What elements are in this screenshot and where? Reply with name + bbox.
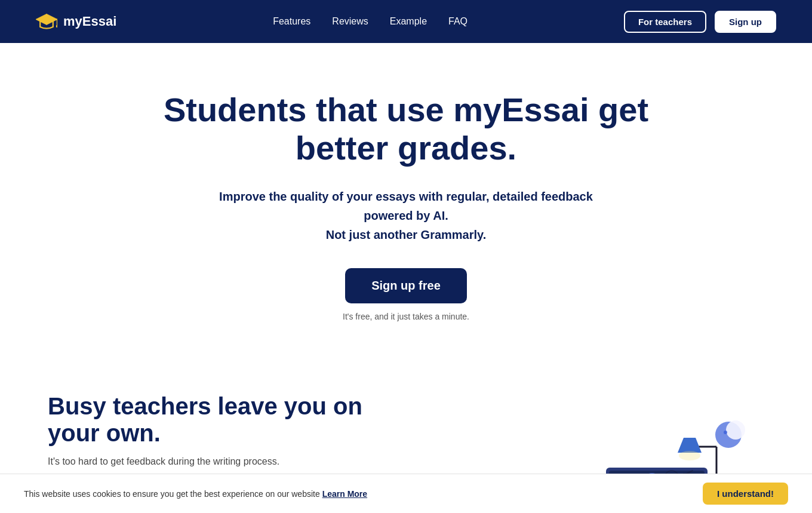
navbar: myEssai Features Reviews Example FAQ For… [0,0,812,43]
problems-description: It's too hard to get feedback during the… [48,456,406,467]
hero-sub-line1: Improve the quality of your essays with … [219,190,593,222]
hero-cta-button[interactable]: Sign up free [345,268,467,303]
cookie-text: This website uses cookies to ensure you … [24,489,320,499]
svg-point-39 [726,420,745,440]
svg-point-27 [679,451,700,460]
svg-marker-0 [36,14,57,24]
svg-point-40 [724,431,727,434]
nav-links: Features Reviews Example FAQ [273,16,467,27]
logo-text: myEssai [63,14,116,29]
svg-point-2 [56,25,57,28]
cookie-learn-more-link[interactable]: Learn More [322,489,367,499]
hero-subheadline: Improve the quality of your essays with … [203,187,609,244]
svg-marker-26 [678,438,702,453]
nav-reviews[interactable]: Reviews [332,16,368,27]
hero-free-note: It's free, and it just takes a minute. [12,312,800,321]
sign-up-button[interactable]: Sign up [715,11,776,33]
logo[interactable]: myEssai [36,11,116,32]
nav-faq[interactable]: FAQ [448,16,467,27]
nav-example[interactable]: Example [390,16,427,27]
cookie-banner: This website uses cookies to ensure you … [0,474,812,513]
hero-headline: Students that use myEssai get better gra… [137,91,675,168]
logo-icon [36,11,57,32]
for-teachers-button[interactable]: For teachers [624,11,706,33]
cookie-accept-button[interactable]: I understand! [703,483,788,505]
hero-sub-line2: Not just another Grammarly. [326,228,487,241]
hero-section: Students that use myEssai get better gra… [0,43,812,357]
nav-actions: For teachers Sign up [624,11,776,33]
cookie-message: This website uses cookies to ensure you … [24,489,367,499]
nav-features[interactable]: Features [273,16,310,27]
problems-heading: Busy teachers leave you on your own. [48,393,406,447]
